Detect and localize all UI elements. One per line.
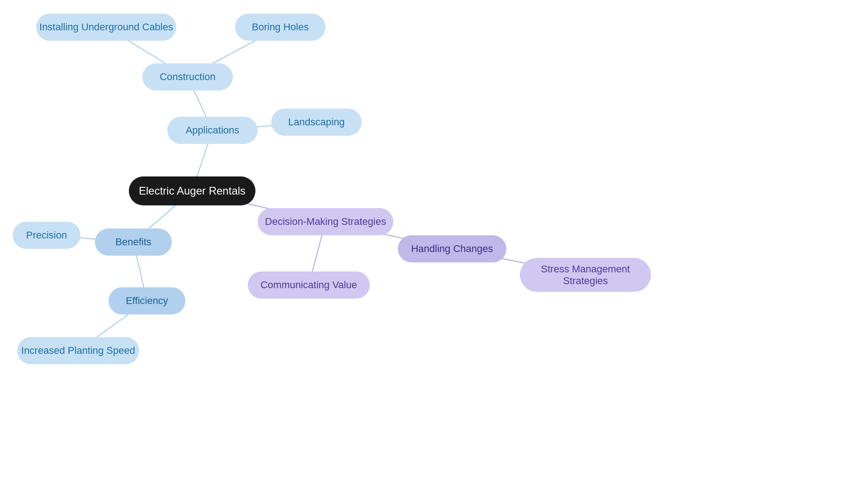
decision-node[interactable]: Decision-Making Strategies xyxy=(258,208,393,235)
construction-node[interactable]: Construction xyxy=(142,63,233,90)
installing-node[interactable]: Installing Underground Cables xyxy=(36,14,176,41)
boring-node[interactable]: Boring Holes xyxy=(235,14,326,41)
efficiency-node[interactable]: Efficiency xyxy=(108,287,185,314)
applications-node[interactable]: Applications xyxy=(167,117,258,144)
communicating-node[interactable]: Communicating Value xyxy=(248,271,370,299)
handling-node[interactable]: Handling Changes xyxy=(398,235,506,262)
center-node[interactable]: Electric Auger Rentals xyxy=(129,176,255,205)
landscaping-node[interactable]: Landscaping xyxy=(271,109,362,136)
stress-node[interactable]: Stress Management Strategies xyxy=(520,258,651,292)
planting-node[interactable]: Increased Planting Speed xyxy=(17,337,139,364)
precision-node[interactable]: Precision xyxy=(13,222,80,249)
benefits-node[interactable]: Benefits xyxy=(95,228,172,256)
